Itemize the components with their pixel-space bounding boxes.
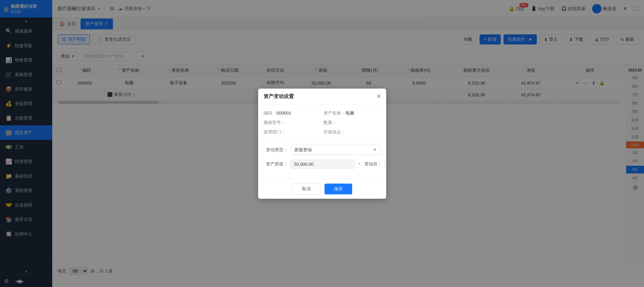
dialog-cancel-btn[interactable]: 取消 xyxy=(292,183,320,195)
change-type-select[interactable]: 原值变动 ▼ xyxy=(290,145,381,155)
dialog-title: 资产变动设置 xyxy=(264,93,294,100)
required-star: * xyxy=(359,162,360,167)
dialog-code-item: 编码： 000001 xyxy=(264,110,321,116)
dialog-info-grid: 编码： 000001 资产名称： 电脑 规格型号： 数量： 使用部门： xyxy=(264,110,381,140)
dialog-header: 资产变动设置 ✕ xyxy=(258,89,386,105)
original-value-input[interactable] xyxy=(290,160,355,169)
after-label: 变动后： xyxy=(364,161,382,167)
dialog-save-btn[interactable]: 保存 xyxy=(325,184,352,194)
dialog-quantity-item: 数量： xyxy=(324,120,381,126)
dialog-footer: 取消 保存 xyxy=(258,179,386,199)
dialog-close-btn[interactable]: ✕ xyxy=(376,93,381,100)
dialog-dept-item: 使用部门： xyxy=(264,129,321,135)
chevron-down-icon: ▼ xyxy=(373,147,377,152)
asset-change-dialog: 资产变动设置 ✕ 编码： 000001 资产名称： 电脑 规格型号： 数 xyxy=(258,89,386,199)
dialog-spec-item: 规格型号： xyxy=(264,120,321,126)
dialog-value-row: 资产原值： * 变动后： xyxy=(264,160,381,169)
dialog-body: 编码： 000001 资产名称： 电脑 规格型号： 数量： 使用部门： xyxy=(258,105,386,179)
after-value-input[interactable] xyxy=(385,160,386,169)
dialog-name-item: 资产名称： 电脑 xyxy=(324,110,381,116)
dialog-change-type-row: 变动类型： 原值变动 ▼ xyxy=(264,145,381,155)
dialog-location-item: 存放地点： xyxy=(324,129,381,135)
dialog-overlay: 资产变动设置 ✕ 编码： 000001 资产名称： 电脑 规格型号： 数 xyxy=(0,0,644,287)
